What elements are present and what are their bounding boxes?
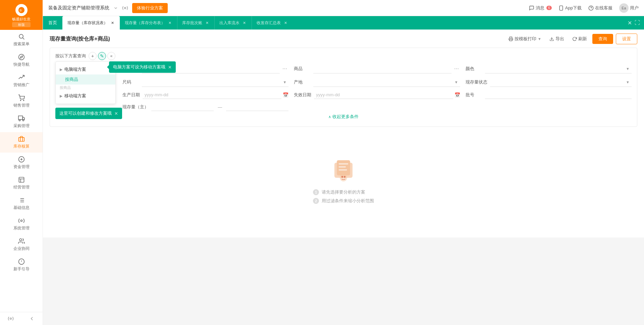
tab-inventory-status[interactable]: 现存量（库存状况表） ✕ <box>62 16 120 30</box>
tab-close-batch[interactable]: ✕ <box>204 20 210 25</box>
tab-inout[interactable]: 出入库流水 ✕ <box>214 16 252 30</box>
filter-field-color: 颜色 ▼ <box>466 64 632 73</box>
tooltip-pc-close[interactable]: ✕ <box>168 65 172 70</box>
tabbar-close-btn[interactable]: ✕ <box>628 20 632 26</box>
batch-input[interactable] <box>485 91 632 99</box>
tab-inventory-dist[interactable]: 现存量（库存分布表） ✕ <box>120 16 177 30</box>
query-btn[interactable]: 查询 <box>592 34 613 44</box>
origin-select[interactable]: ▼ <box>313 77 460 87</box>
tab-home[interactable]: 首页 <box>43 16 62 30</box>
sidebar-item-quick-nav[interactable]: 快捷导航 <box>0 50 43 71</box>
app-download-btn[interactable]: App下载 <box>558 5 582 11</box>
sidebar-item-purchase[interactable]: 采购管理 <box>0 112 43 132</box>
empty-num-1: 1 <box>313 189 319 195</box>
sidebar-item-inventory[interactable]: 库存核算 <box>0 132 43 153</box>
page-title: 现存量查询(按仓库+商品) <box>50 36 110 43</box>
svg-point-27 <box>124 7 126 9</box>
collapse-conditions-btn[interactable]: ∧ 收起更多条件 <box>55 111 632 121</box>
trial-btn[interactable]: 体验行业方案 <box>132 3 168 13</box>
size-select[interactable]: ▼ <box>142 77 288 87</box>
tooltip-edit-close[interactable]: ✕ <box>114 111 118 116</box>
svg-rect-38 <box>339 169 347 171</box>
sidebar-item-marketing[interactable]: 营销推广 <box>0 71 43 91</box>
batch-label: 批号 <box>466 92 482 98</box>
user-btn[interactable]: Ea 用户 <box>619 3 639 13</box>
filter-rows: 仓库 ⋯ 商品 <box>122 64 632 111</box>
tab-close-inventory-status[interactable]: ✕ <box>110 20 115 25</box>
sidebar: B 畅通好生意 标版 搜索菜单 快捷导航 营销推广 销售管理 采购管理 <box>0 0 43 325</box>
settings-footer-btn[interactable] <box>8 316 14 322</box>
logo-icon: B <box>15 4 28 16</box>
tab-close-inventory-dist[interactable]: ✕ <box>167 20 172 25</box>
exp-date-input[interactable] <box>314 91 453 99</box>
warehouse-dots[interactable]: ⋯ <box>281 66 288 71</box>
filter-label: 按以下方案查询 <box>55 53 86 59</box>
prod-date-calendar-icon[interactable]: 📅 <box>283 92 288 98</box>
page-header: 现存量查询(按仓库+商品) 按模板打印 ▼ 导出 刷新 <box>50 30 637 48</box>
scheme-pc-child-1[interactable]: 按商品 <box>56 74 115 85</box>
svg-text:B: B <box>19 9 21 12</box>
sidebar-item-sales[interactable]: 销售管理 <box>0 91 43 112</box>
settings-btn[interactable]: 设置 <box>616 34 637 44</box>
stock-main-label: 现存量（主） <box>122 104 149 110</box>
scheme-mobile[interactable]: ▶ 移动端方案 <box>56 91 115 101</box>
goods-select[interactable] <box>313 64 451 73</box>
message-btn[interactable]: 消息 6 <box>529 5 552 11</box>
sidebar-item-basic[interactable]: 基础信息 <box>0 194 43 214</box>
sidebar-item-operations[interactable]: 经营管理 <box>0 173 43 194</box>
stock-main-from[interactable] <box>151 103 214 111</box>
tab-recv-summary[interactable]: 收发存汇总表 ✕ <box>252 16 293 30</box>
add-scheme-btn[interactable]: + <box>89 52 97 60</box>
sidebar-item-system[interactable]: 系统管理 <box>0 214 43 234</box>
exp-date-calendar-icon[interactable]: 📅 <box>454 92 460 98</box>
svg-marker-5 <box>20 56 22 58</box>
svg-point-11 <box>22 120 24 121</box>
collapse-sidebar-btn[interactable] <box>29 316 35 322</box>
sidebar-item-guide[interactable]: 新手引导 <box>0 255 43 275</box>
print-btn[interactable]: 按模板打印 ▼ <box>506 35 544 43</box>
svg-point-24 <box>19 239 22 241</box>
filter-field-origin: 产地 ▼ <box>294 77 460 87</box>
stock-status-label: 现存量状态 <box>466 79 487 85</box>
filter-field-stock-status: 现存量状态 ▼ <box>466 77 632 87</box>
topbar-settings-btn[interactable] <box>122 5 128 11</box>
export-btn[interactable]: 导出 <box>547 35 567 43</box>
scheme-pc[interactable]: ▶ 电脑端方案 <box>56 64 115 74</box>
page-actions: 按模板打印 ▼ 导出 刷新 查询 设置 <box>506 34 637 44</box>
goods-dots[interactable]: ⋯ <box>453 66 460 71</box>
support-btn[interactable]: 在线客服 <box>588 5 612 11</box>
logo-text: 畅通好生意 标版 <box>12 17 31 27</box>
filter-field-stock-main: 现存量（主） — <box>122 103 288 111</box>
sidebar-item-search[interactable]: 搜索菜单 <box>0 30 43 50</box>
refresh-btn[interactable]: 刷新 <box>570 35 590 43</box>
back-scheme-btn[interactable]: « <box>107 52 115 60</box>
empty-state-item-1: 1 请先选择要分析的方案 <box>313 189 374 195</box>
tab-close-recv-summary[interactable]: ✕ <box>283 20 288 25</box>
svg-point-4 <box>18 54 24 60</box>
sidebar-logo: B 畅通好生意 标版 <box>0 0 43 30</box>
edit-scheme-btn[interactable]: ✎ <box>98 52 106 60</box>
stock-status-select[interactable]: ▼ <box>490 77 632 87</box>
color-select[interactable]: ▼ <box>485 64 632 73</box>
svg-point-6 <box>20 100 21 101</box>
sidebar-item-finance[interactable]: 资金管理 <box>0 153 43 173</box>
sidebar-item-enterprise[interactable]: 企业协同 <box>0 234 43 255</box>
main-content: 装备及固定资产辅助管理系统 体验行业方案 消息 6 App下载 在线客服 <box>43 0 644 325</box>
prod-date-input[interactable] <box>143 91 281 99</box>
filter-field-prod-date: 生产日期 📅 <box>122 91 288 99</box>
stock-main-to[interactable] <box>226 103 288 111</box>
system-selector[interactable] <box>113 6 118 10</box>
svg-line-3 <box>22 38 24 40</box>
filter-field-goods: 商品 ⋯ <box>294 64 460 73</box>
system-name: 装备及固定资产辅助管理系统 <box>48 5 109 11</box>
tabbar-expand-btn[interactable]: ⛶ <box>635 20 640 26</box>
filter-row-1: 仓库 ⋯ 商品 <box>122 64 632 73</box>
filter-field-exp-date: 失效日期 📅 <box>294 91 460 99</box>
message-badge: 6 <box>546 6 552 10</box>
topbar: 装备及固定资产辅助管理系统 体验行业方案 消息 6 App下载 在线客服 <box>43 0 644 16</box>
scheme-tree: ▶ 电脑端方案 按商品 按商品 ▶ 移动端方案 <box>55 61 116 104</box>
empty-num-2: 2 <box>313 198 319 204</box>
tab-batch[interactable]: 库存批次账 ✕ <box>177 16 214 30</box>
filter-row-3: 生产日期 📅 失效日期 📅 <box>122 91 632 99</box>
tab-close-inout[interactable]: ✕ <box>241 20 247 25</box>
